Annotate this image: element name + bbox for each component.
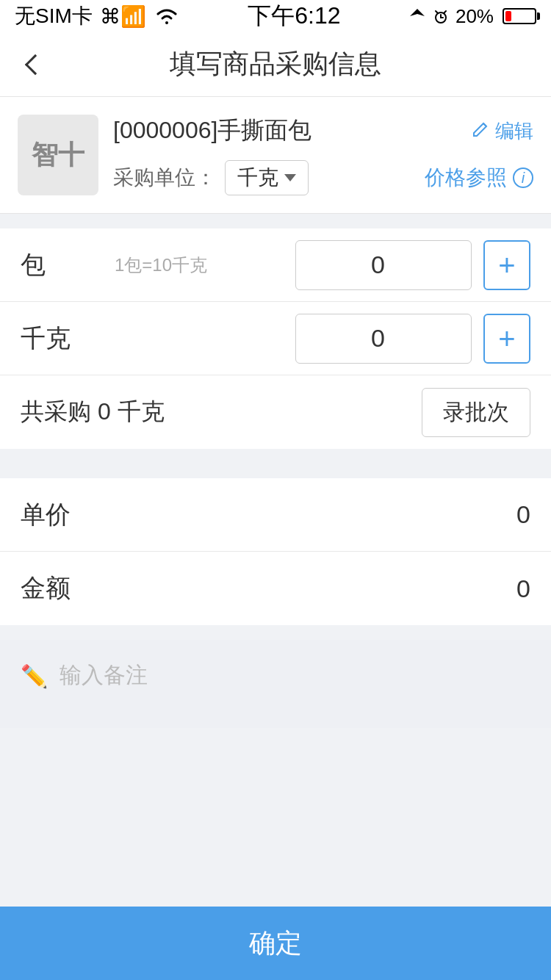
kg-input[interactable] xyxy=(295,314,472,364)
bag-label: 包 xyxy=(21,248,109,282)
kg-plus-button[interactable]: + xyxy=(483,314,530,364)
location-icon xyxy=(408,7,426,25)
unit-selector[interactable]: 千克 xyxy=(225,160,309,195)
status-left: 无SIM卡 ⌘📶 xyxy=(15,2,180,30)
bag-plus-button[interactable]: + xyxy=(483,240,530,290)
carrier-text: 无SIM卡 xyxy=(15,2,93,30)
summary-label: 共采购 xyxy=(21,398,91,425)
alarm-icon xyxy=(432,7,450,25)
pencil-icon: ✏️ xyxy=(21,663,48,689)
remark-placeholder: 输入备注 xyxy=(60,660,148,691)
summary-row: 共采购 0 千克 录批次 xyxy=(0,375,551,449)
plus-icon-2: + xyxy=(498,324,515,353)
kg-input-row: 千克 + xyxy=(0,302,551,375)
info-icon: i xyxy=(513,167,533,188)
back-arrow-icon xyxy=(25,54,46,74)
confirm-bar[interactable]: 确定 xyxy=(0,907,551,980)
wifi-icon: ⌘📶 xyxy=(100,4,146,29)
wifi-signal-icon xyxy=(154,7,180,26)
product-name: [0000006]手撕面包 xyxy=(113,115,311,147)
product-image: 智十 xyxy=(18,115,98,195)
summary-text: 共采购 0 千克 xyxy=(21,396,165,428)
bag-sub-label: 1包=10千克 xyxy=(115,253,207,277)
batch-button[interactable]: 录批次 xyxy=(422,388,530,437)
confirm-button-label: 确定 xyxy=(249,926,302,962)
section-divider-1 xyxy=(0,214,551,228)
kg-input-wrapper: + xyxy=(109,314,530,364)
input-section: 包 1包=10千克 + 千克 + 共采购 0 千克 录批次 xyxy=(0,228,551,449)
price-info-section: 单价 0 金额 0 xyxy=(0,478,551,625)
unit-row: 采购单位： 千克 价格参照 i xyxy=(113,160,533,195)
status-right: 20% xyxy=(408,5,536,28)
status-bar: 无SIM卡 ⌘📶 下午6:12 20% xyxy=(0,0,551,32)
product-logo: 智十 xyxy=(32,137,84,173)
battery-percent: 20% xyxy=(455,5,494,28)
unit-price-row: 单价 0 xyxy=(0,478,551,552)
status-time: 下午6:12 xyxy=(248,0,340,32)
plus-icon: + xyxy=(498,251,515,280)
nav-bar: 填写商品采购信息 xyxy=(0,32,551,97)
price-reference-button[interactable]: 价格参照 i xyxy=(425,164,533,192)
summary-value: 0 xyxy=(98,398,118,425)
chevron-down-icon xyxy=(284,174,296,181)
summary-unit: 千克 xyxy=(118,398,165,425)
edit-label: 编辑 xyxy=(495,118,533,144)
section-divider-2 xyxy=(0,449,551,464)
kg-label: 千克 xyxy=(21,322,109,356)
battery-icon xyxy=(503,8,536,24)
amount-row: 金额 0 xyxy=(0,552,551,625)
unit-label: 采购单位： xyxy=(113,164,216,192)
unit-value: 千克 xyxy=(237,164,278,192)
product-card: 智十 [0000006]手撕面包 编辑 采购单位： 千克 价格参照 i xyxy=(0,97,551,214)
edit-button[interactable]: 编辑 xyxy=(472,118,533,144)
unit-price-value: 0 xyxy=(516,500,530,529)
back-button[interactable] xyxy=(0,32,59,97)
price-ref-label: 价格参照 xyxy=(425,164,507,192)
edit-icon xyxy=(472,121,491,140)
unit-price-label: 单价 xyxy=(21,498,71,532)
amount-label: 金额 xyxy=(21,572,71,605)
bag-input[interactable] xyxy=(295,240,472,290)
bag-input-row: 包 1包=10千克 + xyxy=(0,228,551,302)
remark-section[interactable]: ✏️ 输入备注 xyxy=(0,640,551,728)
product-info: [0000006]手撕面包 编辑 采购单位： 千克 价格参照 i xyxy=(113,115,533,195)
page-title: 填写商品采购信息 xyxy=(0,46,551,82)
product-name-row: [0000006]手撕面包 编辑 xyxy=(113,115,533,147)
amount-value: 0 xyxy=(516,574,530,603)
bag-input-wrapper: + xyxy=(207,240,530,290)
